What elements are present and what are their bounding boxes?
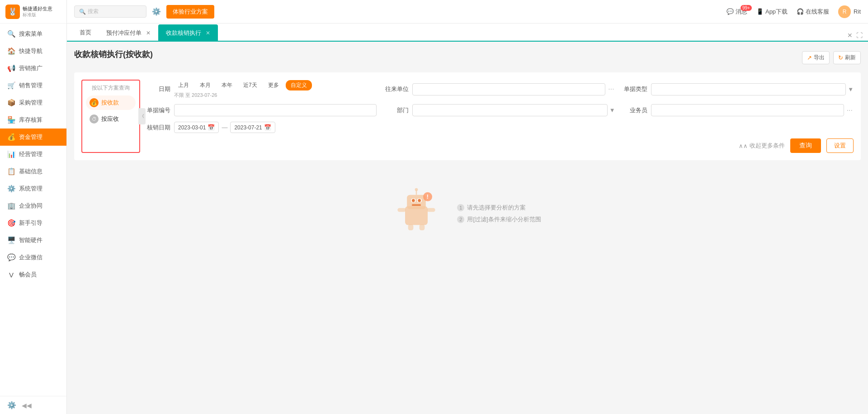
tab-home[interactable]: 首页 — [72, 24, 99, 41]
user-info[interactable]: R Rit — [838, 5, 861, 18]
counterpart-input[interactable] — [412, 83, 605, 95]
tab-receipt[interactable]: 收款核销执行 ✕ — [158, 24, 218, 41]
svg-rect-6 — [412, 205, 421, 206]
filter-bottom-row: ∧∧ 收起更多条件 查询 设置 — [146, 138, 854, 153]
more-conditions-toggle[interactable]: ∧∧ 收起更多条件 — [739, 140, 785, 152]
sidebar-label-capital: 资金管理 — [19, 133, 42, 141]
verify-date-end-wrap[interactable]: 2023-07-21 📅 — [230, 122, 275, 133]
chevron-up-icon: ∧∧ — [739, 143, 748, 149]
sales-icon: 🛒 — [7, 81, 15, 90]
topbar-right: 💬 消息 99+ 📱 App下载 🎧 在线客服 R Rit — [726, 5, 861, 18]
headset-icon: 🎧 — [797, 8, 804, 15]
sidebar-logo: 🐰 畅捷通好生意 标准版 — [0, 0, 66, 24]
sidebar-label-enterprise: 企业协同 — [19, 202, 42, 210]
verify-date-range: 2023-03-01 📅 — 2023-07-21 📅 — [174, 122, 275, 133]
dept-input[interactable] — [412, 104, 607, 116]
page-content: 收款核销执行(按收款) ↗ 导出 ↻ 刷新 按以下方案查询 💰 按收款 — [67, 42, 868, 414]
sidebar-item-wechat[interactable]: 💬 企业微信 — [0, 249, 66, 266]
verify-date-row: 核销日期 2023-03-01 📅 — 2023-07-21 📅 — [146, 122, 379, 133]
staff-input[interactable] — [651, 104, 844, 116]
sidebar-item-sales[interactable]: 🛒 销售管理 — [0, 77, 66, 94]
sidebar-item-purchase[interactable]: 📦 采购管理 — [0, 94, 66, 111]
sidebar-item-hardware[interactable]: 🖥️ 智能硬件 — [0, 232, 66, 249]
export-icon: ↗ — [807, 54, 812, 61]
docno-filter-row: 单据编号 — [146, 104, 377, 116]
tip-num-1: 1 — [457, 204, 464, 211]
page-title: 收款核销执行(按收款) — [74, 49, 153, 60]
date-btn-7days[interactable]: 近7天 — [239, 80, 261, 91]
guide-icon: 🎯 — [7, 219, 15, 227]
doctype-filter-row: 单据类型 ▼ — [623, 83, 854, 95]
marketing-icon: 📢 — [7, 64, 15, 72]
tab-close-prepay[interactable]: ✕ — [146, 30, 151, 36]
sidebar-item-member[interactable]: V 畅会员 — [0, 266, 66, 283]
svg-rect-8 — [427, 208, 435, 212]
sidebar-item-operation[interactable]: 📊 经营管理 — [0, 146, 66, 163]
sidebar-bottom: ⚙️ ◀◀ — [0, 396, 66, 414]
member-icon: V — [7, 271, 15, 279]
svg-rect-9 — [408, 224, 414, 230]
logo-icon: 🐰 — [5, 5, 20, 19]
operation-icon: 📊 — [7, 150, 15, 158]
sidebar-item-guide[interactable]: 🎯 新手引导 — [0, 214, 66, 232]
tab-prepay[interactable]: 预付冲应付单 ✕ — [99, 24, 158, 41]
counterpart-more-icon[interactable]: ··· — [607, 85, 615, 93]
date-range-display: 不限 至 2023-07-26 — [174, 92, 377, 99]
expand-icon[interactable]: ⛶ — [856, 32, 863, 39]
sidebar-label-member: 畅会员 — [19, 271, 37, 279]
counterpart-label: 往来单位 — [384, 85, 409, 93]
verify-date-start-wrap[interactable]: 2023-03-01 📅 — [174, 122, 219, 133]
gear-icon[interactable]: ⚙️ — [152, 7, 161, 16]
sidebar-item-inventory[interactable]: 🏪 库存核算 — [0, 111, 66, 128]
empty-tips: 1 请先选择要分析的方案 2 用[过滤]条件来缩小分析范围 — [457, 202, 541, 225]
close-all-icon[interactable]: ✕ — [847, 32, 853, 39]
filter-option-by-receivable[interactable]: ⏱ 按应收 — [86, 112, 136, 126]
dept-dropdown-icon[interactable]: ▼ — [609, 107, 615, 114]
export-button[interactable]: ↗ 导出 — [802, 51, 830, 64]
docno-input[interactable] — [174, 104, 377, 116]
filter-option-by-receipt[interactable]: 💰 按收款 — [86, 95, 136, 110]
quick-nav-icon: 🏠 — [7, 47, 15, 55]
verify-date-label: 核销日期 — [146, 124, 170, 132]
calendar-end-icon: 📅 — [264, 124, 271, 131]
settings-button[interactable]: 设置 — [826, 138, 854, 153]
sidebar-item-marketing[interactable]: 📢 营销推广 — [0, 60, 66, 77]
search-icon: 🔍 — [7, 30, 15, 38]
date-btn-this-month[interactable]: 本月 — [196, 80, 215, 91]
sidebar-item-capital[interactable]: 💰 资金管理 — [0, 128, 66, 146]
sidebar-item-enterprise[interactable]: 🏢 企业协同 — [0, 197, 66, 214]
settings-icon[interactable]: ⚙️ — [7, 401, 16, 409]
collapse-icon[interactable]: ◀◀ — [22, 402, 32, 409]
tip-num-2: 2 — [457, 216, 464, 223]
topbar-search-display: 🔍 搜索 — [74, 5, 146, 18]
date-btn-this-year[interactable]: 本年 — [217, 80, 236, 91]
sidebar-item-search[interactable]: 🔍 搜索菜单 — [0, 25, 66, 43]
refresh-button[interactable]: ↻ 刷新 — [833, 51, 861, 64]
tab-close-receipt[interactable]: ✕ — [206, 30, 210, 36]
date-btn-last-month[interactable]: 上月 — [174, 80, 193, 91]
avatar: R — [838, 5, 851, 18]
message-badge[interactable]: 💬 消息 99+ — [726, 8, 747, 16]
sidebar-item-quick-nav[interactable]: 🏠 快捷导航 — [0, 43, 66, 60]
receivable-icon: ⏱ — [90, 114, 99, 124]
query-button[interactable]: 查询 — [790, 138, 821, 153]
online-service[interactable]: 🎧 在线客服 — [797, 8, 829, 16]
staff-more-icon[interactable]: ··· — [846, 106, 854, 114]
doctype-input-wrap: ▼ — [651, 83, 854, 95]
svg-text:!: ! — [427, 193, 429, 200]
enterprise-icon: 🏢 — [7, 202, 15, 210]
date-btn-more[interactable]: 更多 — [264, 80, 283, 91]
collapse-filter-btn[interactable]: 《 — [138, 108, 146, 124]
sidebar-item-system[interactable]: ⚙️ 系统管理 — [0, 180, 66, 197]
capital-icon: 💰 — [7, 133, 15, 141]
solution-button[interactable]: 体验行业方案 — [166, 5, 214, 19]
doctype-input[interactable] — [651, 83, 846, 95]
doctype-dropdown-icon[interactable]: ▼ — [848, 86, 854, 93]
inventory-icon: 🏪 — [7, 116, 15, 124]
app-download[interactable]: 📱 App下载 — [756, 8, 788, 16]
sidebar-label-wechat: 企业微信 — [19, 253, 42, 262]
date-btn-custom[interactable]: 自定义 — [286, 80, 312, 90]
purchase-icon: 📦 — [7, 99, 15, 107]
sidebar-item-basic[interactable]: 📋 基础信息 — [0, 163, 66, 180]
sidebar-label-hardware: 智能硬件 — [19, 236, 42, 244]
